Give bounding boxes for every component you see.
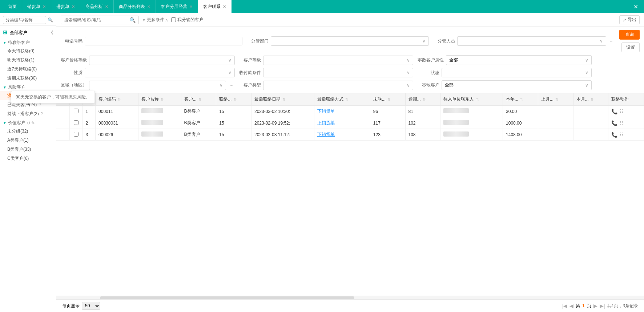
th-code[interactable]: 客户编码 ⇅ <box>96 93 138 106</box>
filter-retail-attr-select[interactable]: 全部 ∨ <box>446 55 592 65</box>
tab-sales-order[interactable]: 销货单 ✕ <box>22 0 51 13</box>
prev-page-button[interactable]: ◀ <box>569 303 573 309</box>
sidebar-section-risk[interactable]: ▼ 风险客户 <box>0 83 56 91</box>
toolbar-right: ↗ 导出 <box>619 15 640 24</box>
th-contact[interactable]: 联络... ⇅ <box>216 93 251 106</box>
filter-payment-select[interactable]: ∨ <box>263 68 413 77</box>
tab-home[interactable]: 首页 <box>3 0 22 13</box>
sidebar-item-class-b[interactable]: B类客户(33) <box>0 145 56 154</box>
th-unit-contact[interactable]: 往来单位联系人 ⇅ <box>440 93 503 106</box>
filter-buttons: 查询 设置 <box>619 30 640 52</box>
sidebar-item-declining[interactable]: 持续下滑客户(2) ? <box>0 109 56 118</box>
th-last-contact-method[interactable]: 最后联络方式 ⇅ <box>314 93 370 106</box>
more-actions-icon[interactable]: ⠿ <box>620 109 623 114</box>
th-uncontacted[interactable]: 未联... ⇅ <box>370 93 405 106</box>
window-close-button[interactable]: ✕ <box>631 3 641 10</box>
td-unit-contact <box>440 129 503 141</box>
chevron-down-icon: ∧ <box>165 17 168 23</box>
customer-table: ⚙ # 客户编码 ⇅ 客户名称 ⇅ <box>56 93 644 141</box>
close-icon[interactable]: ✕ <box>189 4 193 9</box>
contact-icon[interactable]: 📞 <box>611 120 617 126</box>
tab-customer-contact[interactable]: 客户联系 ✕ <box>198 0 232 13</box>
collapse-icon[interactable]: 《 <box>49 30 53 36</box>
sidebar-root-label[interactable]: ⊞ 全部客户 《 <box>0 27 56 38</box>
td-checkbox[interactable] <box>69 129 82 141</box>
query-button[interactable]: 查询 <box>619 30 640 40</box>
filter-nature-select[interactable]: ∨ <box>85 68 235 77</box>
search-icon[interactable]: 🔍 <box>129 17 136 23</box>
sort-icon: ⇅ <box>476 97 479 101</box>
toolbar: 🔍 ▼ 更多条件 ∧ 我分管的客户 ↗ 导出 <box>56 13 644 27</box>
td-last-contact-method[interactable]: 下销货单 <box>314 117 370 129</box>
td-checkbox[interactable] <box>69 117 82 129</box>
chevron-down-icon: ∨ <box>228 58 232 63</box>
row-checkbox[interactable] <box>74 120 79 125</box>
filter-dept-select[interactable]: ∨ <box>271 36 428 46</box>
row-checkbox[interactable] <box>74 132 79 137</box>
filter-status-select[interactable]: ∨ <box>442 68 592 77</box>
filter-phone-input[interactable] <box>85 37 242 45</box>
close-icon[interactable]: ✕ <box>105 4 108 9</box>
export-button[interactable]: ↗ 导出 <box>619 15 640 24</box>
more-actions-icon[interactable]: ⠿ <box>620 132 623 138</box>
td-contact: 15 <box>216 106 251 117</box>
td-type: B类客户 <box>181 129 216 141</box>
filter-nature-label: 性质 <box>61 70 82 76</box>
td-this-month <box>573 117 608 129</box>
sort-icon: ⇅ <box>161 97 164 101</box>
tab-purchase-order[interactable]: 进货单 ✕ <box>51 0 80 13</box>
filter-type-select[interactable]: ∨ <box>263 81 413 90</box>
sidebar-search-input[interactable] <box>3 16 46 24</box>
first-page-button[interactable]: |◀ <box>562 303 568 309</box>
sidebar-item-class-a[interactable]: A类客户(1) <box>0 136 56 145</box>
td-settings <box>56 129 69 141</box>
th-name[interactable]: 客户名称 ⇅ <box>138 93 181 106</box>
filter-price-select[interactable]: ∨ <box>89 56 235 65</box>
contact-icon[interactable]: 📞 <box>611 132 617 138</box>
scroll-thumb[interactable] <box>100 296 354 299</box>
contact-icon[interactable]: 📞 <box>611 109 617 114</box>
row-checkbox[interactable] <box>74 109 79 113</box>
search-input[interactable] <box>64 17 129 23</box>
close-icon[interactable]: ✕ <box>223 4 226 9</box>
close-icon[interactable]: ✕ <box>147 4 150 9</box>
horizontal-scrollbar[interactable] <box>56 296 644 299</box>
td-checkbox[interactable] <box>69 106 82 117</box>
th-last-contact-date[interactable]: 最后联络日期 ⇅ <box>251 93 314 106</box>
sidebar-section-value[interactable]: ▼ 价值客户 ↺ ✎ <box>0 118 56 127</box>
sidebar-item-ungrouped[interactable]: 未分组(32) <box>0 127 56 136</box>
filter-person-select[interactable]: ∨ <box>457 36 606 46</box>
sidebar-section-pending[interactable]: ▼ 待联络客户 <box>0 38 56 46</box>
tab-customer-tier[interactable]: 客户分层经营 ✕ <box>156 0 198 13</box>
tab-product-analysis[interactable]: 商品分析 ✕ <box>80 0 114 13</box>
filter-region-select[interactable]: ∨ <box>89 81 226 90</box>
close-icon[interactable]: ✕ <box>43 4 46 9</box>
sidebar-item-overdue-contact[interactable]: 逾期未联络(30) <box>0 74 56 83</box>
sidebar-item-class-c[interactable]: C类客户(6) <box>0 154 56 163</box>
th-overdue[interactable]: 逾期... ⇅ <box>405 93 440 106</box>
filter-tier-select[interactable]: ∨ <box>263 56 413 65</box>
th-this-year[interactable]: 本年... ⇅ <box>503 93 538 106</box>
td-last-contact-method[interactable]: 下销货单 <box>314 129 370 141</box>
more-icon[interactable]: ··· <box>228 83 235 88</box>
more-icon[interactable]: ··· <box>608 39 615 44</box>
settings-button[interactable]: 设置 <box>621 42 640 52</box>
my-customers-check[interactable] <box>171 17 176 22</box>
th-type[interactable]: 客户... ⇅ <box>181 93 216 106</box>
tab-product-analysis-list[interactable]: 商品分析列表 ✕ <box>114 0 156 13</box>
my-customers-checkbox[interactable]: 我分管的客户 <box>171 17 204 23</box>
sidebar-item-7days[interactable]: 近7天待联络(0) <box>0 65 56 74</box>
sidebar-item-tomorrow[interactable]: 明天待联络(1) <box>0 56 56 65</box>
filter-more-btn[interactable]: ▼ 更多条件 ∧ <box>142 17 168 23</box>
td-last-contact-method[interactable]: 下销货单 <box>314 106 370 117</box>
filter-retail-select[interactable]: 全部 ∨ <box>442 80 592 90</box>
last-page-button[interactable]: ▶| <box>600 303 605 309</box>
per-page-select[interactable]: 50 100 200 <box>82 302 100 310</box>
th-last-month[interactable]: 上月... ⇅ <box>538 93 573 106</box>
close-icon[interactable]: ✕ <box>72 4 75 9</box>
sidebar-item-today[interactable]: 今天待联络(0) <box>0 46 56 56</box>
more-actions-icon[interactable]: ⠿ <box>620 120 623 126</box>
th-this-month[interactable]: 本月... ⇅ <box>573 93 608 106</box>
next-page-button[interactable]: ▶ <box>593 303 597 309</box>
search-icon[interactable]: 🔍 <box>48 17 53 23</box>
